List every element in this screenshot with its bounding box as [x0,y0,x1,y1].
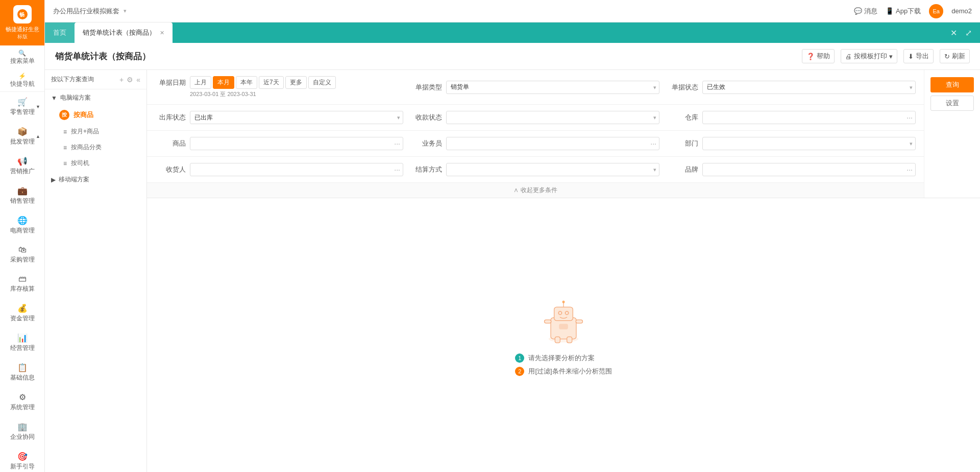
filter-staff-cell: 业务员 ··· [411,137,659,150]
filter-row-2: 出库状态 ▾ 收款状态 ▾ [147,105,924,131]
tip-text-1: 请先选择要分析的方案 [528,353,595,363]
date-btn-more[interactable]: 更多 [285,76,307,89]
user-name: demo2 [951,7,972,15]
tab-close-icon[interactable]: ✕ [160,30,164,36]
svg-rect-15 [559,324,568,329]
goods-input[interactable] [190,137,403,150]
warehouse-dots-icon[interactable]: ··· [906,113,913,122]
app-sub-text: 标版 [17,33,28,40]
print-dropdown-icon[interactable]: ▾ [889,53,893,60]
tab-sales-report[interactable]: 销货单统计表（按商品） ✕ [75,22,173,43]
empty-tip-1: 1 请先选择要分析的方案 [515,353,611,363]
scheme-add-icon[interactable]: + [119,76,124,84]
sidebar-label-marketing: 营销推广 [10,167,35,176]
driver-icon: ≡ [63,160,67,167]
filter-brand-cell: 品牌 ··· [668,163,916,176]
scheme-collapse-icon[interactable]: « [136,76,140,84]
scheme-item-by-goods[interactable]: 按 按商品 [45,106,146,124]
filter-data-area: 单据日期 上月 本月 本年 近7天 更多 自定义 [147,70,980,472]
filter-row-4: 收货人 ··· 结算方式 ▾ [147,157,924,182]
scheme-panel: 按以下方案查询 + ⚙ « ▼ 电脑端方案 按 按商品 [45,70,147,472]
sidebar-item-inventory[interactable]: 🗃 库存核算 [0,269,44,298]
filter-main: 单据日期 上月 本月 本年 近7天 更多 自定义 [147,70,924,198]
sidebar-item-enterprise[interactable]: 🏢 企业协同 [0,417,44,446]
tab-home[interactable]: 首页 [45,22,75,43]
sales-icon: 💼 [17,186,28,196]
sidebar-item-marketing[interactable]: 📢 营销推广 [0,151,44,181]
scheme-group-desktop-title[interactable]: ▼ 电脑端方案 [45,89,146,106]
export-button[interactable]: ⬇ 导出 [903,49,934,63]
topbar-left: 办公用品行业模拟账套 ▾ [53,7,127,16]
staff-dots-icon[interactable]: ··· [650,139,656,148]
collapse-bar[interactable]: ∧ 收起更多条件 [147,182,924,198]
sidebar-item-newguide[interactable]: 🎯 新手引导 [0,446,44,472]
sidebar-item-system[interactable]: ⚙ 系统管理 [0,387,44,417]
scheme-group-mobile-title[interactable]: ▶ 移动端方案 [45,171,146,188]
app-logo[interactable]: 畅 畅捷通好生意 标版 [0,0,44,45]
filter-consignee-cell: 收货人 ··· [155,163,403,176]
sidebar-item-purchase[interactable]: 🛍 采购管理 [0,240,44,269]
filter-row-3: 商品 ··· 业务员 ··· [147,131,924,157]
sidebar-item-ecommerce[interactable]: 🌐 电商管理 [0,210,44,240]
refresh-button[interactable]: ↻ 刷新 [940,49,970,63]
date-btn-custom[interactable]: 自定义 [308,76,336,89]
data-area: 1 请先选择要分析的方案 2 用[过滤]条件来缩小分析范围 [147,198,980,472]
sidebar-item-basic[interactable]: 📋 基础信息 [0,358,44,387]
quick-nav-item[interactable]: ⚡ 快捷导航 [0,69,44,92]
help-button[interactable]: ❓ 帮助 [802,49,835,63]
scheme-settings-icon[interactable]: ⚙ [127,76,133,84]
app-download-action[interactable]: 📱 App下载 [886,7,921,16]
goods-dots-icon[interactable]: ··· [394,139,400,148]
brand-dots-icon[interactable]: ··· [906,166,913,174]
tab-close-window-icon[interactable]: ✕ [948,26,959,40]
settle-input[interactable] [446,163,659,176]
date-btn-7days[interactable]: 近7天 [259,76,284,89]
sidebar-item-finance[interactable]: 💰 资金管理 [0,298,44,328]
search-menu-item[interactable]: 🔍 搜索菜单 [0,45,44,69]
app-name-dropdown-icon[interactable]: ▾ [124,8,127,14]
brand-input[interactable] [702,163,916,176]
date-btn-this-month[interactable]: 本月 [213,76,234,89]
settings-button[interactable]: 设置 [930,96,974,111]
svg-point-7 [559,312,561,314]
scheme-panel-actions: + ⚙ « [119,76,140,84]
outstatus-input[interactable] [190,111,403,124]
by-goods-dot: 按 [59,110,69,120]
filter-receiptstatus-cell: 收款状态 ▾ [411,111,659,124]
scheme-item-driver[interactable]: ≡ 按司机 [45,155,146,171]
date-btn-last-month[interactable]: 上月 [190,76,211,89]
settle-label: 结算方式 [411,165,446,174]
tab-controls: ✕ ⤢ [948,26,980,40]
staff-input[interactable] [446,137,659,150]
scheme-item-goods-category[interactable]: ≡ 按商品分类 [45,139,146,155]
sidebar-item-sales[interactable]: 💼 销售管理 [0,181,44,210]
sidebar-item-wholesale[interactable]: 📦 批发管理 ▲ [0,122,44,151]
scheme-item-month-goods[interactable]: ≡ 按月+商品 [45,124,146,139]
brand-input-wrapper: ··· [702,163,916,176]
warehouse-label: 仓库 [668,113,702,122]
sidebar-item-retail[interactable]: 🛒 零售管理 ▼ [0,92,44,122]
retail-expand-icon: ▼ [36,104,40,109]
dept-label: 部门 [668,139,702,148]
dept-input[interactable] [702,137,916,150]
sidebar-label-operation: 经营管理 [10,344,35,352]
filter-dept-cell: 部门 ▾ [668,137,916,150]
sidebar-label-system: 系统管理 [10,403,35,412]
sidebar-item-operation[interactable]: 📊 经营管理 [0,328,44,358]
avatar-text: Ea [933,8,940,14]
tab-expand-icon[interactable]: ⤢ [963,26,974,40]
consignee-dots-icon[interactable]: ··· [394,166,400,174]
filter-doctype-cell: 单据类型 ▾ [411,76,659,98]
date-btn-this-year[interactable]: 本年 [236,76,257,89]
app-download-label: App下载 [896,7,921,16]
print-button[interactable]: 🖨 按模板打印 ▾ [841,49,897,63]
message-label: 消息 [864,7,877,16]
docstatus-input[interactable] [702,81,916,94]
receiptstatus-input[interactable] [446,111,659,124]
doctype-input[interactable] [446,81,659,94]
consignee-input[interactable] [190,163,403,176]
warehouse-input[interactable] [702,111,916,124]
user-avatar[interactable]: Ea [929,4,943,18]
message-action[interactable]: 💬 消息 [854,7,877,16]
query-button[interactable]: 查询 [930,77,974,92]
